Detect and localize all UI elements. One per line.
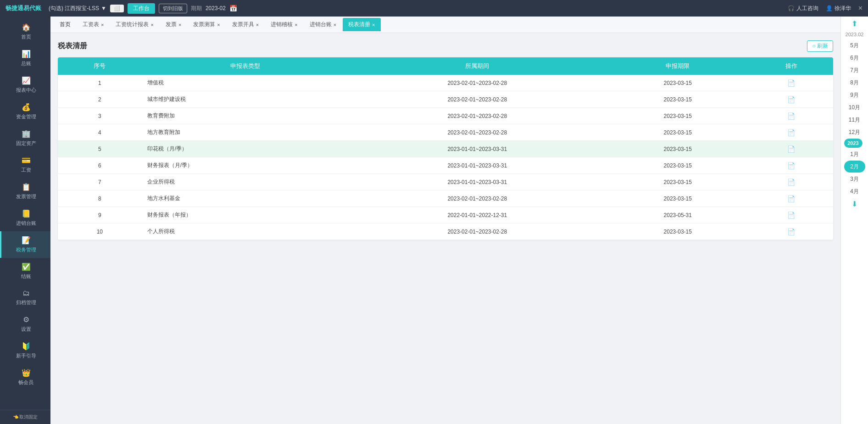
sidebar-label: 新手引导 bbox=[16, 352, 36, 359]
topbar: 畅捷通易代账 (勾选) 江西报宝-LSS ▼ ⬜ 工作台 切到旧版 期期 202… bbox=[0, 0, 868, 17]
month-item-12月[interactable]: 12月 bbox=[844, 126, 865, 138]
col-header-action: 操作 bbox=[749, 57, 833, 75]
month-item-9月[interactable]: 9月 bbox=[844, 89, 865, 101]
sidebar-item-总账[interactable]: 📊总账 bbox=[0, 45, 50, 72]
tab-税表清册[interactable]: 税表清册× bbox=[343, 18, 380, 31]
page-content: 税表清册 ○ 刷新 序号申报表类型所属期间申报期限操作 1增值税2023-02-… bbox=[50, 33, 840, 424]
month-item-4月[interactable]: 4月 bbox=[844, 185, 865, 197]
tab-工资统计报表[interactable]: 工资统计报表× bbox=[110, 18, 159, 31]
company-selector[interactable]: (勾选) 江西报宝-LSS ▼ bbox=[49, 5, 106, 12]
sidebar-label: 归档管理 bbox=[16, 299, 36, 306]
sidebar-icon-2: 📈 bbox=[22, 76, 31, 85]
month-item-1月[interactable]: 1月 bbox=[844, 148, 865, 160]
action-icon[interactable]: 📄 bbox=[787, 162, 795, 169]
month-item-11月[interactable]: 11月 bbox=[844, 114, 865, 126]
tab-close-icon[interactable]: × bbox=[334, 22, 336, 28]
sidebar-label: 工资 bbox=[21, 167, 31, 173]
tab-label: 发票 bbox=[166, 21, 177, 28]
tab-发票测算[interactable]: 发票测算× bbox=[188, 18, 225, 31]
headset-icon: 🎧 bbox=[788, 5, 795, 11]
topbar-right: 🎧 人工咨询 👤 徐泽华 × bbox=[788, 4, 862, 12]
calendar-icon[interactable]: 📅 bbox=[229, 5, 237, 12]
tab-发票开具[interactable]: 发票开具× bbox=[227, 18, 264, 31]
sidebar-label: 设置 bbox=[21, 326, 31, 333]
table-row: 10个人所得税2023-02-01~2023-02-282023-03-15📄 bbox=[58, 223, 833, 240]
table-row: 3教育费附加2023-02-01~2023-02-282023-03-15📄 bbox=[58, 108, 833, 124]
tab-label: 进销稽核 bbox=[271, 21, 293, 28]
month-item-5月[interactable]: 5月 bbox=[844, 39, 865, 51]
unpin-button[interactable]: 👈 取消固定 bbox=[0, 410, 50, 424]
right-panel: ⬆ 2023.02 5月6月7月8月9月10月11月12月20231月2月3月4… bbox=[840, 17, 868, 424]
tab-首页[interactable]: 首页 bbox=[54, 18, 76, 31]
action-icon[interactable]: 📄 bbox=[787, 228, 795, 235]
tab-label: 税表清册 bbox=[348, 21, 370, 28]
sidebar-item-畅会员[interactable]: 👑畅会员 bbox=[0, 364, 50, 391]
tab-close-icon[interactable]: × bbox=[150, 22, 153, 28]
tax-table: 序号申报表类型所属期间申报期限操作 1增值税2023-02-01~2023-02… bbox=[58, 57, 833, 240]
tab-close-icon[interactable]: × bbox=[178, 22, 181, 28]
table-row: 2城市维护建设税2023-02-01~2023-02-282023-03-15📄 bbox=[58, 91, 833, 108]
sidebar-item-结账[interactable]: ✅结账 bbox=[0, 258, 50, 285]
sidebar-label: 进销台账 bbox=[16, 220, 36, 227]
sidebar-item-固定资产[interactable]: 🏢固定资产 bbox=[0, 125, 50, 151]
tab-close-icon[interactable]: × bbox=[372, 22, 375, 28]
page-title: 税表清册 bbox=[58, 41, 87, 51]
col-header-period: 所属期间 bbox=[348, 57, 606, 75]
sidebar-item-首页[interactable]: 🏠首页 bbox=[0, 18, 50, 45]
user-menu[interactable]: 👤 徐泽华 bbox=[826, 5, 851, 12]
action-icon[interactable]: 📄 bbox=[787, 129, 795, 136]
switch-old-button[interactable]: 切到旧版 bbox=[159, 4, 187, 13]
action-icon[interactable]: 📄 bbox=[787, 79, 795, 87]
sidebar-label: 发票管理 bbox=[16, 193, 36, 200]
panel-down-arrow[interactable]: ⬇ bbox=[851, 199, 858, 209]
tab-close-icon[interactable]: × bbox=[101, 22, 104, 28]
row-period: 2023-02-01~2023-02-28 bbox=[348, 190, 606, 207]
tab-close-icon[interactable]: × bbox=[256, 22, 259, 28]
table-row: 6财务报表（月/季）2023-01-01~2023-03-312023-03-1… bbox=[58, 157, 833, 174]
tab-工资表[interactable]: 工资表× bbox=[77, 18, 109, 31]
sidebar-item-新手引导[interactable]: 🔰新手引导 bbox=[0, 337, 50, 364]
month-item-6月[interactable]: 6月 bbox=[844, 52, 865, 64]
action-icon[interactable]: 📄 bbox=[787, 96, 795, 103]
tab-进销台账[interactable]: 进销台账× bbox=[304, 18, 342, 31]
month-item-3月[interactable]: 3月 bbox=[844, 173, 865, 185]
sidebar-item-进销台账[interactable]: 📒进销台账 bbox=[0, 205, 50, 231]
row-deadline: 2023-03-15 bbox=[606, 223, 749, 240]
sidebar-icon-13: 👑 bbox=[22, 368, 31, 377]
row-type: 个人所得税 bbox=[142, 223, 349, 240]
sidebar-item-发票管理[interactable]: 📋发票管理 bbox=[0, 178, 50, 205]
sidebar-item-税务管理[interactable]: 📝税务管理 bbox=[0, 231, 50, 258]
row-type: 地方水利基金 bbox=[142, 190, 349, 207]
tab-close-icon[interactable]: × bbox=[295, 22, 297, 28]
action-icon[interactable]: 📄 bbox=[787, 179, 795, 186]
sidebar-item-设置[interactable]: ⚙设置 bbox=[0, 311, 50, 337]
col-header-index: 序号 bbox=[58, 57, 142, 75]
action-icon[interactable]: 📄 bbox=[787, 112, 795, 120]
panel-up-arrow[interactable]: ⬆ bbox=[851, 18, 858, 29]
month-item-8月[interactable]: 8月 bbox=[844, 77, 865, 89]
action-icon[interactable]: 📄 bbox=[787, 212, 795, 219]
row-type: 企业所得税 bbox=[142, 174, 349, 190]
action-icon[interactable]: 📄 bbox=[787, 145, 795, 153]
table-row: 4地方教育附加2023-02-01~2023-02-282023-03-15📄 bbox=[58, 124, 833, 141]
copy-button[interactable]: ⬜ bbox=[110, 5, 124, 12]
sidebar-item-报表中心[interactable]: 📈报表中心 bbox=[0, 72, 50, 98]
month-item-10月[interactable]: 10月 bbox=[844, 101, 865, 113]
consultant-link[interactable]: 🎧 人工咨询 bbox=[788, 5, 818, 12]
sidebar-item-归档管理[interactable]: 🗂归档管理 bbox=[0, 285, 50, 311]
sidebar-item-工资[interactable]: 💳工资 bbox=[0, 151, 50, 178]
month-item-2月[interactable]: 2月 bbox=[844, 161, 865, 173]
row-period: 2023-02-01~2023-02-28 bbox=[348, 91, 606, 108]
tab-进销稽核[interactable]: 进销稽核× bbox=[265, 18, 303, 31]
refresh-button[interactable]: ○ 刷新 bbox=[807, 40, 833, 52]
row-period: 2023-02-01~2023-02-28 bbox=[348, 108, 606, 124]
tab-close-icon[interactable]: × bbox=[217, 22, 220, 28]
month-item-7月[interactable]: 7月 bbox=[844, 64, 865, 76]
workbench-button[interactable]: 工作台 bbox=[128, 3, 155, 14]
tab-发票[interactable]: 发票× bbox=[160, 18, 187, 31]
close-button[interactable]: × bbox=[858, 4, 862, 12]
avatar-icon: 👤 bbox=[826, 5, 833, 11]
sidebar-item-资金管理[interactable]: 💰资金管理 bbox=[0, 98, 50, 125]
month-item-2023[interactable]: 2023 bbox=[844, 139, 862, 148]
action-icon[interactable]: 📄 bbox=[787, 195, 795, 202]
